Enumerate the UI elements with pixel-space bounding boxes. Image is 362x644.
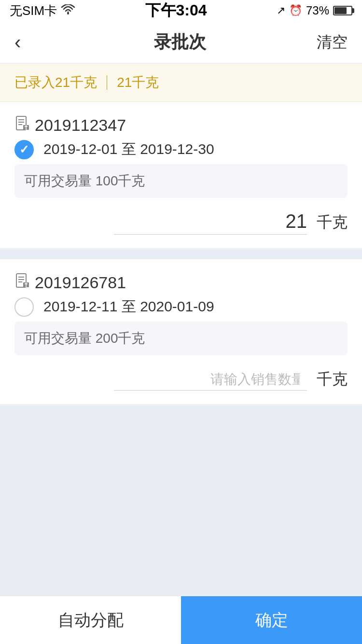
batch-1-icon: [14, 115, 30, 135]
summary-total: 21千克: [117, 73, 159, 92]
batch-2-input-row[interactable]: 千克: [0, 360, 362, 405]
alarm-icon: ⏰: [289, 4, 302, 17]
location-icon: ↗: [277, 4, 285, 17]
batch-1-quantity: 可用交易量 100千克: [24, 173, 145, 188]
nav-bar: ‹ 录批次 清空: [0, 21, 362, 64]
battery-icon: [333, 6, 352, 15]
batch-2-radio[interactable]: [14, 297, 34, 317]
batch-card-1: 2019112347 2019-12-01 至 2019-12-30 可用交易量…: [0, 102, 362, 249]
status-indicators: ↗ ⏰ 73%: [277, 4, 352, 17]
status-time: 下午3:04: [145, 0, 207, 21]
batch-1-input-row: 21 千克: [0, 203, 362, 249]
batch-2-quantity-row: 可用交易量 200千克: [14, 322, 348, 355]
svg-point-0: [67, 13, 69, 14]
clear-button[interactable]: 清空: [317, 32, 348, 53]
batch-1-unit: 千克: [317, 212, 348, 233]
back-button[interactable]: ‹: [14, 31, 43, 53]
summary-divider: [107, 75, 107, 90]
status-carrier: 无SIM卡: [10, 2, 75, 19]
recorded-label: 已录入21千克: [14, 73, 97, 92]
batch-1-date: 2019-12-01 至 2019-12-30: [43, 140, 214, 159]
auto-distribute-button[interactable]: 自动分配: [0, 596, 181, 644]
batch-1-date-row: 2019-12-01 至 2019-12-30: [0, 140, 362, 164]
batch-2-quantity-input[interactable]: [210, 368, 307, 388]
confirm-button[interactable]: 确定: [181, 596, 362, 644]
page-title: 录批次: [154, 30, 206, 54]
batch-1-value: 21: [286, 210, 307, 232]
batch-2-id: 2019126781: [35, 273, 126, 292]
status-bar: 无SIM卡 下午3:04 ↗ ⏰ 73%: [0, 0, 362, 21]
batch-2-date-row: 2019-12-11 至 2020-01-09: [0, 297, 362, 322]
empty-area: [0, 406, 362, 608]
batch-2-input-container[interactable]: [114, 368, 307, 391]
summary-banner: 已录入21千克 21千克: [0, 64, 362, 102]
carrier-text: 无SIM卡: [10, 2, 57, 19]
card-separator-1: [0, 250, 362, 259]
batch-1-id: 2019112347: [35, 116, 126, 135]
batch-2-unit: 千克: [317, 369, 348, 390]
batch-1-quantity-row: 可用交易量 100千克: [14, 164, 348, 198]
batch-2-header: 2019126781: [0, 259, 362, 297]
batch-card-2: 2019126781 2019-12-11 至 2020-01-09 可用交易量…: [0, 259, 362, 405]
batch-1-header: 2019112347: [0, 102, 362, 140]
batch-2-icon: [14, 273, 30, 292]
battery-percent: 73%: [306, 4, 329, 17]
batch-2-quantity: 可用交易量 200千克: [24, 331, 145, 346]
batch-1-radio[interactable]: [14, 140, 34, 159]
bottom-bar: 自动分配 确定: [0, 596, 362, 644]
batch-2-date: 2019-12-11 至 2020-01-09: [43, 297, 214, 317]
wifi-icon: [61, 3, 75, 18]
batch-1-input-container: 21: [114, 210, 307, 235]
